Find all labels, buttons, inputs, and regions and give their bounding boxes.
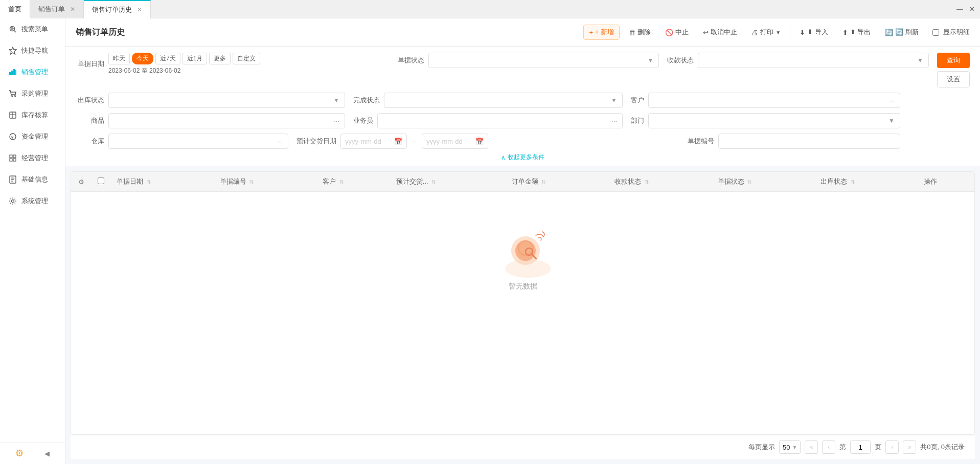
sidebar-item-basic-info[interactable]: 基础信息 [0, 169, 65, 190]
window-minimize-btn[interactable]: — [956, 5, 963, 13]
col-out-status-label: 出库状态 [821, 178, 847, 185]
tab-sales-order-close[interactable]: ✕ [70, 6, 75, 13]
sidebar-item-quick-nav[interactable]: 快捷导航 [0, 40, 65, 61]
col-bill-date-label: 单据日期 [117, 178, 143, 185]
sidebar-item-label: 基础信息 [21, 175, 48, 184]
last-month-btn[interactable]: 近1月 [183, 53, 208, 64]
col-operation: 操作 [918, 172, 974, 192]
sidebar-collapse-icon[interactable]: ◀ [44, 450, 50, 457]
system-mgmt-icon [8, 196, 17, 206]
more-date-btn[interactable]: 更多 [209, 53, 231, 64]
svg-point-10 [14, 96, 16, 97]
sidebar-settings-icon[interactable]: ⚙ [15, 448, 24, 459]
out-status-label: 出库状态 [76, 96, 104, 105]
delete-button[interactable]: 🗑 删除 [624, 25, 656, 39]
query-button[interactable]: 查询 [937, 53, 970, 68]
salesman-select[interactable]: ··· [377, 113, 623, 128]
expected-date-end[interactable]: yyyy-mm-dd 📅 [422, 134, 488, 149]
sidebar-item-sales-mgmt[interactable]: 销售管理 [0, 61, 65, 83]
col-receipt-status-label: 收款状态 [614, 178, 641, 185]
customer-select[interactable]: ··· [648, 93, 900, 108]
sort-icon: ⇅ [431, 179, 436, 185]
display-cols-toggle[interactable]: 显示明细 [932, 28, 970, 37]
print-button[interactable]: 🖨 打印 ▼ [746, 25, 786, 39]
cancel-stop-button[interactable]: ↩ 取消中止 [698, 25, 742, 39]
tab-sales-order[interactable]: 销售订单 ✕ [30, 0, 84, 18]
sidebar-item-search-menu[interactable]: 搜索菜单 [0, 18, 65, 40]
table-check-header [92, 172, 110, 192]
search-menu-icon [8, 25, 17, 34]
sidebar-item-label: 搜索菜单 [21, 25, 48, 34]
col-bill-no-label: 单据编号 [220, 178, 246, 185]
col-order-amount[interactable]: 订单金额 ⇅ [506, 172, 609, 192]
expected-date-start-placeholder: yyyy-mm-dd [345, 138, 381, 145]
table-settings-icon[interactable]: ⚙ [78, 178, 84, 186]
warehouse-select[interactable]: ··· [108, 134, 288, 149]
refresh-button[interactable]: 🔄 🔄 刷新 [880, 25, 924, 39]
display-cols-checkbox[interactable] [932, 29, 939, 36]
stop-button[interactable]: 🚫 中止 [660, 25, 694, 39]
tab-home[interactable]: 首页 [0, 0, 30, 18]
expected-date-start[interactable]: yyyy-mm-dd 📅 [340, 134, 407, 149]
page-size-select[interactable]: 50 ▼ [779, 440, 801, 454]
yesterday-btn[interactable]: 昨天 [108, 53, 130, 64]
col-bill-status[interactable]: 单据状态 ⇅ [712, 172, 815, 192]
sidebar-item-purchase-mgmt[interactable]: 采购管理 [0, 83, 65, 104]
out-status-select[interactable]: ▼ [108, 93, 345, 108]
tab-sales-order-history-close[interactable]: ✕ [137, 6, 142, 13]
col-customer[interactable]: 客户 ⇅ [316, 172, 390, 192]
first-page-btn[interactable]: « [805, 440, 818, 454]
sidebar-item-capital-mgmt[interactable]: ¥ 资金管理 [0, 126, 65, 147]
bill-status-select[interactable]: ▼ [428, 53, 659, 68]
collapse-up-icon: ∧ [501, 154, 506, 161]
custom-date-btn[interactable]: 自定义 [233, 53, 260, 64]
sort-icon: ⇅ [249, 179, 254, 185]
date-range-display: 2023-06-02 至 2023-06-02 [108, 67, 180, 74]
set-button[interactable]: 设置 [937, 71, 970, 87]
last7-btn[interactable]: 近7天 [155, 53, 180, 64]
dept-select[interactable]: ▼ [648, 113, 900, 128]
bill-no-input[interactable] [718, 134, 900, 149]
svg-rect-6 [11, 71, 13, 75]
delete-label: 删除 [637, 28, 651, 37]
collapse-row[interactable]: ∧ 收起更多条件 [76, 153, 970, 162]
first-page-icon: « [810, 444, 813, 451]
last-page-btn[interactable]: » [903, 440, 916, 454]
salesman-label: 业务员 [353, 116, 373, 125]
sidebar-item-label: 经营管理 [21, 153, 48, 163]
export-button[interactable]: ⬆ ⬆ 导出 [837, 25, 876, 39]
purchase-mgmt-icon [8, 89, 17, 98]
goods-select[interactable]: ··· [108, 113, 345, 128]
sidebar-item-inventory-calc[interactable]: 库存核算 [0, 104, 65, 126]
sort-icon: ⇅ [541, 179, 545, 185]
page-total: 共0页, 0条记录 [920, 443, 965, 452]
window-close-btn[interactable]: ✕ [969, 5, 975, 13]
data-table: ⚙ 单据日期 ⇅ 单据编号 ⇅ [71, 172, 974, 322]
svg-rect-14 [10, 155, 12, 158]
warehouse-label: 仓库 [76, 137, 104, 146]
receipt-status-select[interactable]: ▼ [698, 53, 929, 68]
col-expected-date[interactable]: 预计交货... ⇅ [390, 172, 506, 192]
import-button[interactable]: ⬇ ⬇ 导入 [794, 25, 833, 39]
today-btn[interactable]: 今天 [132, 53, 153, 64]
page-label-post: 页 [875, 443, 881, 452]
table-select-all[interactable] [98, 178, 104, 184]
svg-rect-15 [13, 155, 16, 158]
calendar-end-icon[interactable]: 📅 [475, 138, 484, 145]
sidebar-item-system-mgmt[interactable]: 系统管理 [0, 190, 65, 212]
sidebar-item-operations-mgmt[interactable]: 经营管理 [0, 147, 65, 169]
page-number-input[interactable] [850, 440, 871, 454]
new-button[interactable]: + + 新增 [583, 25, 620, 40]
col-receipt-status[interactable]: 收款状态 ⇅ [608, 172, 712, 192]
calendar-start-icon[interactable]: 📅 [394, 138, 402, 145]
sort-icon: ⇅ [645, 179, 649, 185]
col-bill-no[interactable]: 单据编号 ⇅ [214, 172, 317, 192]
col-out-status[interactable]: 出库状态 ⇅ [814, 172, 918, 192]
sort-icon: ⇅ [147, 179, 151, 185]
prev-page-btn[interactable]: ‹ [822, 440, 835, 454]
col-bill-date[interactable]: 单据日期 ⇅ [110, 172, 214, 192]
next-page-btn[interactable]: › [885, 440, 899, 454]
complete-status-select[interactable]: ▼ [384, 93, 623, 108]
tab-sales-order-history[interactable]: 销售订单历史 ✕ [84, 0, 151, 18]
toolbar: + + 新增 🗑 删除 🚫 中止 ↩ 取消中止 [583, 25, 970, 40]
